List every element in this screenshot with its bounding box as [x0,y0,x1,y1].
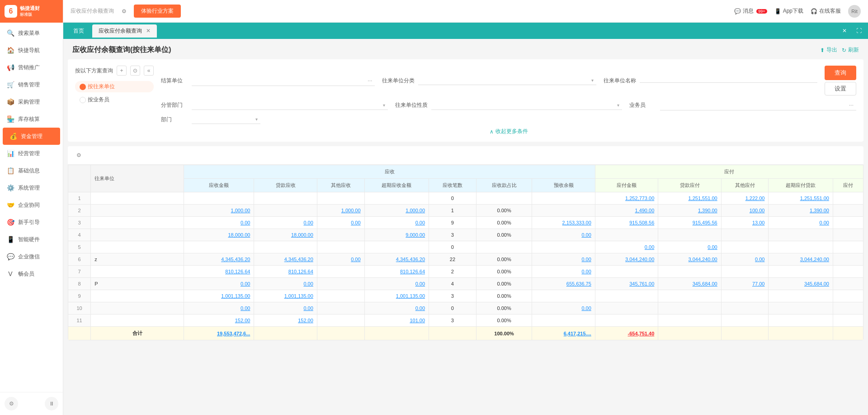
cell-row2-col9[interactable]: 1,490.00 [595,205,658,217]
sidebar-item-inventory[interactable]: 🏪库存核算 [0,110,63,128]
cell-row4-col5[interactable]: 9,000.00 [364,229,429,241]
cell-row7-col10[interactable] [658,266,721,278]
filter-salesperson-input[interactable]: ··· [660,100,856,110]
cell-row8-col12[interactable]: 345,684.00 [769,278,833,290]
sidebar-item-guide[interactable]: 🎯新手引导 [0,214,63,231]
sidebar-item-basic[interactable]: 📋基础信息 [0,162,63,179]
tabbar-close-btn[interactable]: ✕ [839,25,850,36]
cell-row10-col9[interactable] [595,302,658,315]
cell-row8-col4[interactable] [317,278,364,290]
cell-row6-col8[interactable]: 0.00 [532,253,595,266]
cell-row4-col4[interactable] [317,229,364,241]
cell-row10-col3[interactable]: 0.00 [254,302,317,315]
cell-row3-col5[interactable]: 0.00 [364,217,429,229]
cell-row1-col11[interactable]: 1,222.00 [721,192,769,205]
cell-row9-col5[interactable]: 1,001,135.00 [364,290,429,302]
sidebar-settings-btn[interactable]: ⚙ [5,397,18,410]
tab-arquery[interactable]: 应收应付余额查询 ✕ [92,24,157,38]
tfoot-ar-advance[interactable]: 6,417,215.... [532,327,595,340]
cell-row5-col3[interactable] [254,241,317,253]
sidebar-item-purchase[interactable]: 📦采购管理 [0,93,63,110]
cell-row11-col12[interactable] [769,315,833,327]
service-button[interactable]: 🎧 在线客服 [811,7,841,15]
cell-row5-col9[interactable]: 0.00 [595,241,658,253]
sidebar-item-mgmt[interactable]: 📊经营管理 [0,145,63,162]
filter-add-button[interactable]: + [117,66,127,76]
cell-row4-col8[interactable]: 0.00 [532,229,595,241]
cell-row5-col10[interactable]: 0.00 [658,241,721,253]
cell-row6-col2[interactable]: 4,345,436.20 [184,253,254,266]
cell-row9-col2[interactable]: 1,001,135.00 [184,290,254,302]
cell-row8-col8[interactable]: 655,636.75 [532,278,595,290]
cell-row11-col2[interactable]: 152.00 [184,315,254,327]
user-avatar[interactable]: Rit [848,5,861,18]
filter-subdept-select[interactable]: ▾ [192,115,260,124]
cell-row8-col2[interactable]: 0.00 [184,278,254,290]
sidebar-item-wechat[interactable]: 💬企业微信 [0,248,63,265]
cell-row5-col4[interactable] [317,241,364,253]
cell-row4-col9[interactable] [595,229,658,241]
filter-nature-select[interactable]: ▾ [431,101,622,110]
cell-row11-col5[interactable]: 101.00 [364,315,429,327]
cell-row2-col12[interactable]: 1,390.00 [769,205,833,217]
filter-name-input[interactable] [640,79,817,83]
cell-row4-col3[interactable]: 18,000.00 [254,229,317,241]
query-button[interactable]: 查询 [825,66,856,80]
sidebar-item-quick[interactable]: 🏠快捷导航 [0,42,63,59]
cell-row9-col8[interactable] [532,290,595,302]
cell-row3-col8[interactable]: 2,153,333.00 [532,217,595,229]
cell-row1-col8[interactable] [532,192,595,205]
cell-row3-col9[interactable]: 915,508.56 [595,217,658,229]
cell-row7-col2[interactable]: 810,126.64 [184,266,254,278]
filter-option-salesperson[interactable]: 按业务员 [75,94,154,105]
cell-row8-col10[interactable]: 345,684.00 [658,278,721,290]
filter-category-select[interactable]: ▾ [418,76,596,85]
collapse-button[interactable]: ∧ 收起更多条件 [490,128,528,135]
cell-row3-col2[interactable]: 0.00 [184,217,254,229]
cell-row3-col3[interactable]: 0.00 [254,217,317,229]
cell-row7-col9[interactable] [595,266,658,278]
cell-row2-col3[interactable] [254,205,317,217]
cell-row4-col2[interactable]: 18,000.00 [184,229,254,241]
cell-row7-col3[interactable]: 810,126.64 [254,266,317,278]
cell-row8-col5[interactable]: 0.00 [364,278,429,290]
sidebar-item-search[interactable]: 🔍搜索菜单 [0,24,63,42]
cell-row11-col9[interactable] [595,315,658,327]
tab-arquery-close-icon[interactable]: ✕ [146,28,151,34]
filter-collapse-icon[interactable]: « [144,66,154,76]
cell-row10-col4[interactable] [317,302,364,315]
tfoot-ar-amount[interactable]: 19,553,472,6... [184,327,254,340]
cell-row2-col11[interactable]: 100.00 [721,205,769,217]
message-button[interactable]: 💬 消息 99+ [734,7,767,15]
cell-row11-col10[interactable] [658,315,721,327]
cell-row4-col12[interactable] [769,229,833,241]
sidebar-item-vip[interactable]: V畅会员 [0,265,63,282]
tab-home[interactable]: 首页 [67,24,90,38]
cell-row8-col9[interactable]: 345,761.00 [595,278,658,290]
app-download-button[interactable]: 📱 App下载 [774,7,803,15]
cell-row3-col10[interactable]: 915,495.56 [658,217,721,229]
sidebar-item-hardware[interactable]: 📱智能硬件 [0,231,63,248]
cell-row4-col11[interactable] [721,229,769,241]
cell-row7-col12[interactable] [769,266,833,278]
tabbar-expand-btn[interactable]: ⛶ [854,25,864,36]
cell-row7-col4[interactable] [317,266,364,278]
export-button[interactable]: ⬆ 导出 [820,46,837,54]
cell-row11-col11[interactable] [721,315,769,327]
cell-row3-col4[interactable]: 0.00 [317,217,364,229]
sidebar-collapse-btn[interactable]: ⏸ [45,397,58,410]
setting-button[interactable]: 设置 [825,82,856,95]
cell-row7-col5[interactable]: 810,126.64 [364,266,429,278]
cell-row5-col12[interactable] [769,241,833,253]
cell-row6-col4[interactable]: 0.00 [317,253,364,266]
filter-option-partner[interactable]: 按往来单位 [75,81,154,92]
cell-row10-col8[interactable]: 0.00 [532,302,595,315]
cell-row6-col5[interactable]: 4,345,436.20 [364,253,429,266]
sidebar-item-system[interactable]: ⚙️系统管理 [0,179,63,196]
cell-row2-col8[interactable] [532,205,595,217]
cell-row11-col8[interactable] [532,315,595,327]
refresh-button[interactable]: ↻ 刷新 [842,46,859,54]
sidebar-item-corp[interactable]: 🤝企业协同 [0,196,63,214]
cell-row7-col11[interactable] [721,266,769,278]
cell-row5-col2[interactable] [184,241,254,253]
